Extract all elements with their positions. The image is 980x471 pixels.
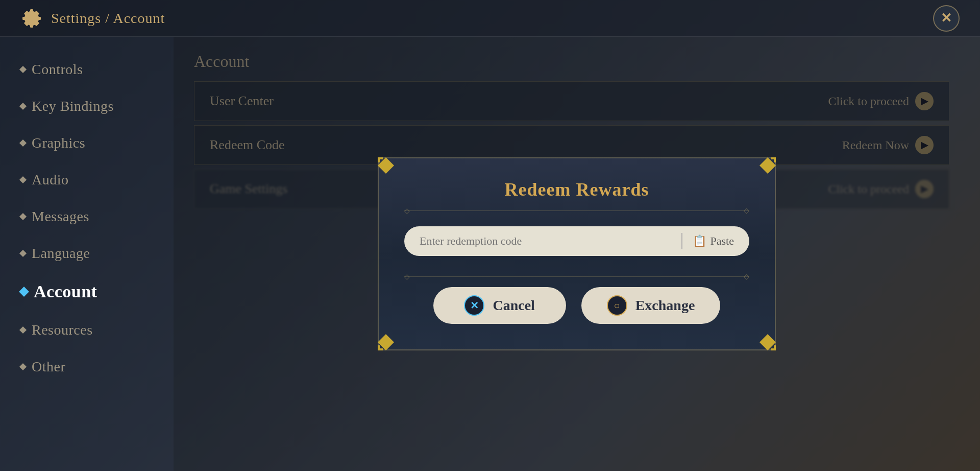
sidebar-item-controls[interactable]: Controls — [0, 52, 174, 87]
modal-buttons: ✕ Cancel ○ Exchange — [404, 287, 749, 324]
dot-icon — [19, 139, 27, 147]
close-button[interactable]: ✕ — [933, 5, 960, 32]
redemption-code-input[interactable] — [420, 234, 676, 248]
sidebar-item-messages[interactable]: Messages — [0, 199, 174, 234]
dot-icon — [19, 66, 27, 73]
dot-icon — [19, 363, 27, 370]
svg-rect-11 — [774, 345, 776, 350]
main-content: Controls Key Bindings Graphics Audio Mes… — [0, 37, 980, 471]
svg-marker-6 — [378, 334, 394, 350]
input-divider — [681, 233, 682, 249]
redemption-input-wrapper[interactable]: 📋 Paste — [404, 226, 749, 256]
active-dot-icon — [19, 287, 29, 297]
dot-icon — [19, 213, 27, 220]
sidebar-item-other[interactable]: Other — [0, 349, 174, 384]
svg-marker-3 — [760, 157, 776, 174]
svg-rect-8 — [378, 345, 380, 350]
header-left: Settings / Account — [20, 7, 165, 30]
dot-icon — [19, 176, 27, 183]
dot-icon — [19, 103, 27, 110]
gear-icon — [20, 7, 43, 30]
paste-icon: 📋 — [693, 234, 706, 248]
header: Settings / Account ✕ — [0, 0, 980, 37]
svg-marker-0 — [378, 157, 394, 174]
cancel-icon: ✕ — [464, 295, 484, 316]
modal-top-divider — [404, 210, 749, 211]
corner-decoration-tl — [378, 157, 394, 174]
modal-bottom-divider — [404, 276, 749, 277]
svg-marker-9 — [760, 334, 776, 350]
dot-icon — [19, 250, 27, 257]
svg-rect-2 — [378, 157, 380, 162]
sidebar-item-language[interactable]: Language — [0, 236, 174, 271]
cancel-button[interactable]: ✕ Cancel — [433, 287, 566, 324]
sidebar-item-key-bindings[interactable]: Key Bindings — [0, 89, 174, 124]
paste-button[interactable]: 📋 Paste — [688, 232, 739, 250]
sidebar-item-graphics[interactable]: Graphics — [0, 126, 174, 160]
sidebar-item-audio[interactable]: Audio — [0, 162, 174, 197]
corner-decoration-br — [760, 334, 776, 350]
exchange-icon: ○ — [607, 295, 627, 316]
svg-rect-5 — [774, 157, 776, 162]
dot-icon — [19, 326, 27, 334]
content-area: Account User Center Click to proceed ▶ R… — [174, 37, 980, 471]
modal-overlay: Redeem Rewards 📋 Paste ✕ — [174, 37, 980, 471]
redeem-rewards-modal: Redeem Rewards 📋 Paste ✕ — [378, 157, 776, 350]
exchange-button[interactable]: ○ Exchange — [581, 287, 721, 324]
corner-decoration-bl — [378, 334, 394, 350]
corner-decoration-tr — [760, 157, 776, 174]
sidebar-item-account[interactable]: Account — [0, 273, 174, 311]
modal-title: Redeem Rewards — [404, 179, 749, 200]
header-title: Settings / Account — [51, 10, 165, 27]
settings-window: Settings / Account ✕ Controls Key Bindin… — [0, 0, 980, 471]
sidebar-item-resources[interactable]: Resources — [0, 313, 174, 347]
sidebar: Controls Key Bindings Graphics Audio Mes… — [0, 37, 174, 471]
